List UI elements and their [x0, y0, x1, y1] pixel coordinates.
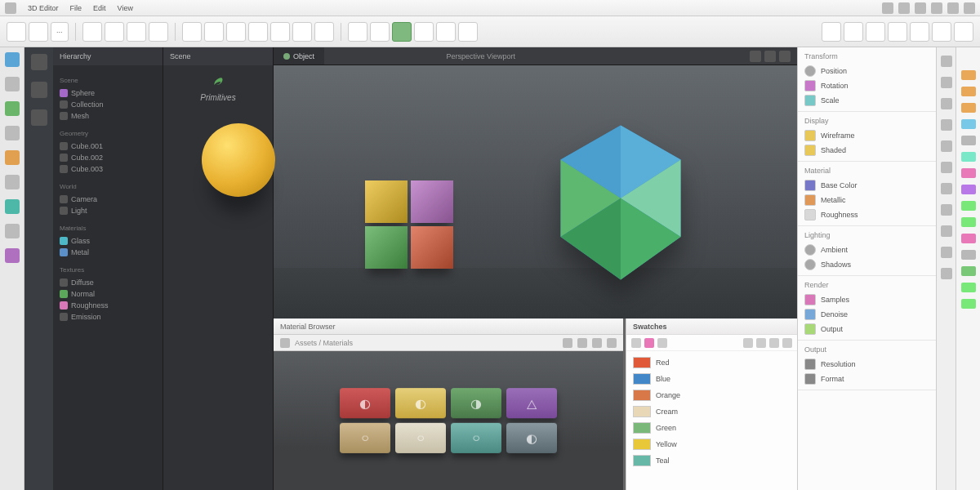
activity-icon[interactable] — [5, 224, 20, 238]
edge-swatch[interactable] — [961, 103, 976, 113]
edge-swatch[interactable] — [961, 185, 976, 194]
align-right-icon[interactable] — [127, 22, 146, 42]
filter-icon[interactable] — [592, 338, 602, 348]
inspector-row[interactable]: Shaded — [804, 143, 929, 158]
viewport-option-icon[interactable] — [750, 51, 761, 62]
strip-icon[interactable] — [941, 98, 952, 109]
inspector-row[interactable]: Format — [804, 372, 929, 386]
inspector-row[interactable]: Rotation — [804, 78, 929, 93]
menu-file[interactable]: File — [70, 4, 82, 12]
hierarchy-item[interactable]: Cube.002 — [55, 152, 161, 163]
material-swatch[interactable]: ○ — [340, 423, 390, 453]
apple-icon[interactable] — [5, 2, 16, 14]
inspector-row[interactable]: Roughness — [804, 207, 929, 222]
tray-icon[interactable] — [882, 2, 893, 14]
edge-swatch[interactable] — [961, 299, 976, 309]
inspector-row[interactable]: Ambient — [804, 243, 929, 257]
cube-group[interactable] — [365, 180, 453, 269]
inspector-row[interactable]: Output — [804, 322, 929, 336]
inspector-row[interactable]: Base Color — [804, 178, 929, 193]
settings-icon[interactable] — [844, 22, 863, 42]
hierarchy-item[interactable]: Light — [55, 205, 161, 216]
tray-icon[interactable] — [931, 2, 942, 14]
color-row[interactable]: Orange — [630, 387, 794, 403]
inspector-row[interactable]: Denoise — [804, 307, 929, 322]
settings-icon[interactable] — [910, 22, 929, 42]
layout-icon[interactable] — [314, 22, 334, 42]
inspector-row[interactable]: Shadows — [804, 257, 929, 272]
strip-icon[interactable] — [941, 225, 952, 237]
edge-swatch[interactable] — [961, 152, 976, 162]
inspector-row[interactable]: Samples — [804, 292, 929, 307]
menu-view[interactable]: View — [118, 4, 133, 12]
scale-tool-icon[interactable] — [31, 109, 47, 126]
material-swatch[interactable]: ◐ — [340, 388, 390, 418]
asset-preview[interactable]: ◐ ◐ ◑ △ ○ ○ ○ ◐ — [274, 351, 623, 490]
hierarchy-item[interactable]: Camera — [55, 194, 161, 205]
strip-icon[interactable] — [941, 268, 952, 279]
tray-icon[interactable] — [947, 2, 959, 14]
inspector-row[interactable]: Metallic — [804, 193, 929, 207]
activity-icon[interactable] — [5, 77, 20, 91]
panel-icon[interactable] — [436, 22, 456, 42]
strip-icon[interactable] — [941, 162, 952, 173]
tab-object[interactable]: Object — [274, 47, 324, 65]
viewport-3d[interactable] — [274, 65, 797, 318]
hierarchy-item[interactable]: Cube.001 — [55, 140, 161, 152]
activity-icon[interactable] — [5, 150, 20, 165]
cube-red[interactable] — [411, 226, 453, 269]
palette-tool-icon[interactable] — [743, 338, 753, 348]
color-row[interactable]: Red — [630, 354, 794, 371]
strip-icon[interactable] — [941, 247, 952, 258]
align-center-icon[interactable] — [105, 22, 124, 42]
tab-viewport[interactable]: Perspective Viewport — [437, 47, 525, 65]
tool-open-icon[interactable] — [29, 22, 48, 42]
hierarchy-item[interactable]: Mesh — [55, 110, 161, 122]
menu-edit[interactable]: Edit — [93, 4, 106, 12]
hierarchy-item[interactable]: Roughness — [55, 300, 161, 311]
palette-tool-icon[interactable] — [782, 338, 792, 348]
viewport-option-icon[interactable] — [764, 51, 776, 62]
strip-icon[interactable] — [941, 204, 952, 216]
layout-icon[interactable] — [270, 22, 290, 42]
activity-icon[interactable] — [5, 248, 20, 263]
cube-green[interactable] — [365, 226, 408, 269]
material-swatch[interactable]: △ — [506, 388, 557, 418]
sphere-object[interactable] — [202, 123, 275, 197]
palette-tool-icon[interactable] — [756, 338, 766, 348]
grid-view-icon[interactable] — [563, 338, 572, 348]
activity-explorer-icon[interactable] — [5, 52, 20, 67]
inspector-row[interactable]: Resolution — [804, 357, 929, 372]
move-tool-icon[interactable] — [31, 54, 47, 70]
edge-swatch[interactable] — [961, 168, 976, 178]
edge-swatch[interactable] — [961, 136, 976, 145]
palette-tool-icon[interactable] — [644, 338, 654, 348]
layout-icon[interactable] — [248, 22, 268, 42]
material-swatch[interactable]: ◐ — [506, 423, 557, 453]
folder-icon[interactable] — [280, 338, 290, 348]
edge-swatch[interactable] — [961, 217, 976, 227]
hierarchy-item[interactable]: Cube.003 — [55, 163, 161, 175]
list-icon[interactable] — [204, 22, 224, 42]
inspector-row[interactable]: Wireframe — [804, 128, 929, 143]
material-swatch[interactable]: ○ — [451, 423, 501, 453]
inspector-row[interactable]: Scale — [804, 93, 929, 108]
list-view-icon[interactable] — [577, 338, 587, 348]
activity-icon[interactable] — [5, 199, 20, 214]
tray-icon[interactable] — [898, 2, 910, 14]
align-left-icon[interactable] — [82, 22, 102, 42]
settings-icon[interactable] — [822, 22, 841, 42]
strip-icon[interactable] — [941, 119, 952, 131]
settings-icon[interactable] — [888, 22, 907, 42]
help-icon[interactable] — [866, 22, 885, 42]
strip-icon[interactable] — [941, 56, 952, 67]
strip-icon[interactable] — [941, 140, 952, 152]
edge-swatch[interactable] — [961, 283, 976, 292]
hierarchy-item[interactable]: Normal — [55, 288, 161, 300]
layout-icon[interactable] — [292, 22, 312, 42]
activity-icon[interactable] — [5, 126, 20, 140]
edge-swatch[interactable] — [961, 119, 976, 129]
strip-icon[interactable] — [941, 183, 952, 194]
hierarchy-item[interactable]: Collection — [55, 99, 161, 110]
polyhedron-object[interactable] — [535, 117, 706, 292]
